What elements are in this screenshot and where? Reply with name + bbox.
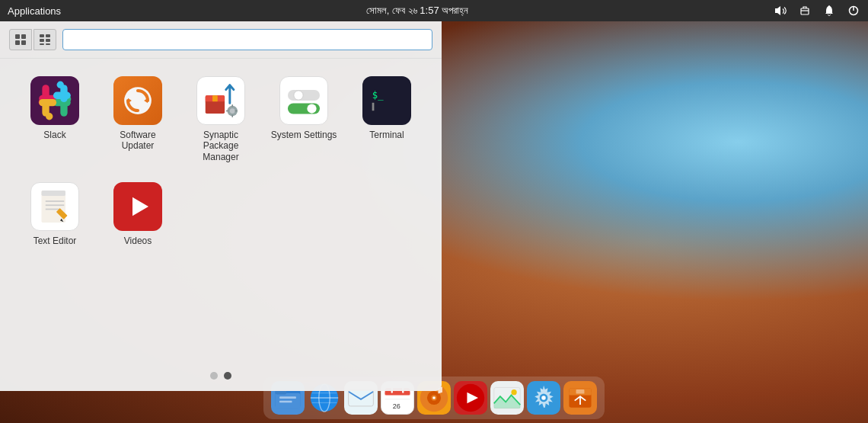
view-toggle bbox=[9, 29, 56, 50]
panel-left: Applications bbox=[8, 5, 61, 17]
slack-label: Slack bbox=[43, 130, 65, 140]
svg-rect-53 bbox=[279, 401, 292, 403]
svg-point-31 bbox=[230, 108, 235, 114]
svg-rect-4 bbox=[15, 34, 20, 39]
page-dots bbox=[0, 372, 442, 391]
svg-rect-52 bbox=[279, 396, 296, 399]
svg-rect-59 bbox=[349, 389, 374, 406]
svg-rect-21 bbox=[39, 99, 56, 106]
app-item-slack[interactable]: Slack bbox=[15, 70, 94, 168]
app-launcher: Slack Software Updater bbox=[0, 21, 442, 391]
svg-marker-48 bbox=[132, 197, 148, 216]
software-updater-icon bbox=[113, 76, 162, 125]
desktop: Applications সোমল, ফেব ২৬ 1:57 অপরাহ্ন bbox=[0, 0, 868, 423]
svg-rect-7 bbox=[21, 40, 26, 45]
notifications-icon[interactable] bbox=[822, 4, 836, 18]
dock-item-settings[interactable] bbox=[527, 381, 560, 415]
launcher-content: Slack Software Updater bbox=[0, 59, 442, 372]
text-editor-label: Text Editor bbox=[34, 236, 77, 246]
videos-label: Videos bbox=[124, 236, 152, 246]
videos-icon bbox=[113, 182, 162, 231]
top-panel: Applications সোমল, ফেব ২৬ 1:57 অপরাহ্ন bbox=[0, 0, 868, 21]
app-grid: Slack Software Updater bbox=[15, 70, 426, 253]
dock-item-photos[interactable] bbox=[490, 381, 524, 415]
svg-point-37 bbox=[294, 91, 303, 100]
synaptic-label: Synaptic Package Manager bbox=[187, 130, 255, 162]
search-input[interactable] bbox=[62, 29, 432, 50]
slack-icon bbox=[30, 76, 79, 125]
svg-rect-8 bbox=[40, 34, 44, 37]
power-icon[interactable] bbox=[847, 4, 860, 18]
app-item-text-editor[interactable]: Text Editor bbox=[15, 176, 94, 252]
svg-rect-82 bbox=[576, 389, 585, 393]
launcher-toolbar bbox=[0, 21, 442, 59]
svg-rect-0 bbox=[801, 8, 809, 14]
dock-item-backup[interactable] bbox=[563, 381, 597, 415]
svg-rect-33 bbox=[231, 115, 233, 117]
synaptic-icon bbox=[196, 76, 245, 125]
svg-point-71 bbox=[432, 396, 436, 399]
list-view-button[interactable] bbox=[34, 29, 56, 50]
svg-point-75 bbox=[511, 389, 516, 395]
network-icon[interactable] bbox=[798, 4, 812, 18]
svg-rect-36 bbox=[288, 90, 320, 101]
dock-item-videos-dock[interactable] bbox=[454, 381, 487, 415]
svg-point-39 bbox=[307, 104, 316, 113]
svg-rect-29 bbox=[212, 95, 218, 101]
svg-rect-10 bbox=[40, 39, 44, 42]
grid-view-button[interactable] bbox=[9, 29, 32, 50]
svg-rect-12 bbox=[40, 43, 44, 45]
panel-datetime: সোমল, ফেব ২৬ 1:57 অপরাহ্ন bbox=[366, 5, 468, 17]
svg-rect-35 bbox=[226, 111, 228, 112]
svg-point-22 bbox=[46, 113, 53, 120]
svg-rect-32 bbox=[231, 104, 233, 107]
svg-text:$_: $_ bbox=[372, 90, 384, 101]
svg-rect-9 bbox=[46, 34, 50, 37]
panel-center: সোমল, ফেব ২৬ 1:57 অপরাহ্ন bbox=[366, 5, 468, 17]
app-item-terminal[interactable]: $_ ▌ Terminal bbox=[347, 70, 426, 168]
svg-rect-5 bbox=[21, 34, 26, 39]
svg-rect-24 bbox=[53, 92, 71, 99]
terminal-label: Terminal bbox=[369, 130, 404, 140]
panel-right bbox=[774, 4, 860, 18]
svg-point-25 bbox=[57, 82, 64, 88]
page-dot-2[interactable] bbox=[224, 372, 231, 380]
svg-rect-13 bbox=[46, 43, 50, 45]
applications-menu[interactable]: Applications bbox=[8, 5, 61, 17]
system-settings-label: System Settings bbox=[271, 130, 337, 140]
svg-text:▌: ▌ bbox=[372, 102, 376, 111]
text-editor-icon bbox=[30, 182, 79, 231]
svg-rect-43 bbox=[42, 191, 66, 196]
app-item-videos[interactable]: Videos bbox=[98, 176, 177, 252]
page-dot-1[interactable] bbox=[210, 372, 218, 380]
software-updater-label: Software Updater bbox=[104, 130, 172, 152]
svg-rect-34 bbox=[235, 111, 238, 112]
svg-rect-63 bbox=[385, 393, 410, 396]
svg-point-78 bbox=[541, 396, 545, 399]
svg-rect-6 bbox=[15, 40, 20, 45]
volume-icon[interactable] bbox=[774, 4, 787, 18]
terminal-icon: $_ ▌ bbox=[362, 76, 411, 125]
svg-text:26: 26 bbox=[393, 402, 400, 410]
svg-rect-11 bbox=[46, 39, 50, 42]
app-item-synaptic[interactable]: Synaptic Package Manager bbox=[181, 70, 260, 168]
system-settings-icon bbox=[279, 76, 328, 125]
app-item-system-settings[interactable]: System Settings bbox=[264, 70, 343, 168]
svg-rect-50 bbox=[276, 393, 301, 409]
app-item-software-updater[interactable]: Software Updater bbox=[98, 70, 177, 168]
